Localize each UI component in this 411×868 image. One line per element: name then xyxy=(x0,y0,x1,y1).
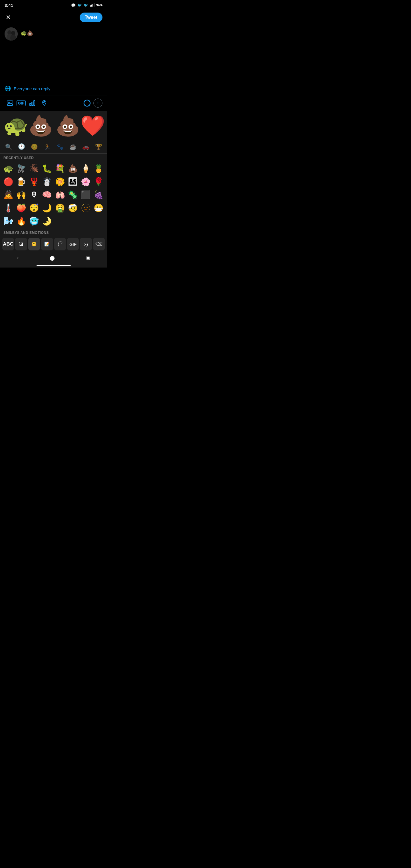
close-button[interactable]: ✕ xyxy=(5,12,12,22)
emoji-mask[interactable]: 😷 xyxy=(92,202,105,214)
delete-button[interactable]: ⌫ xyxy=(93,238,105,250)
avatar-image xyxy=(5,27,18,40)
tab-travel[interactable]: 🚗 xyxy=(80,141,92,153)
emoji-microphone[interactable]: 🎙 xyxy=(28,188,40,201)
emoji-wind[interactable]: 🌬️ xyxy=(2,215,14,227)
sticker-area: 🐢💩 💩❤️ 💩👻 🐒💩 💩 xyxy=(0,111,107,140)
emoji-grapes[interactable]: 🍇 xyxy=(92,188,105,201)
emoji-brain[interactable]: 🧠 xyxy=(41,188,53,201)
tab-smileys[interactable]: 😊 xyxy=(28,141,41,153)
emoji-icecream[interactable]: 🍦 xyxy=(80,162,92,175)
smileys-label: SMILEYS AND EMOTIONS xyxy=(0,228,107,236)
emoji-sleepy[interactable]: 😴 xyxy=(28,202,40,214)
tab-recent[interactable]: 🕐 xyxy=(15,140,28,153)
emoji-pineapple[interactable]: 🍍 xyxy=(92,162,105,175)
kaomoji-keyboard-button[interactable]: ( ͡° xyxy=(54,238,66,250)
system-nav: ‹ ⬤ ▣ xyxy=(0,252,107,264)
emoji-black-square[interactable]: ⬛ xyxy=(80,188,92,201)
emoji-lungs[interactable]: 🫁 xyxy=(54,188,66,201)
emoji-red-circle[interactable]: 🔴 xyxy=(2,175,14,188)
poll-button[interactable] xyxy=(27,98,38,108)
emoji-snowman[interactable]: ☃️ xyxy=(41,175,53,188)
home-nav-button[interactable]: ⬤ xyxy=(50,255,55,261)
tab-objects[interactable]: 💡 xyxy=(105,141,107,153)
emoji-bouquet[interactable]: 💐 xyxy=(54,162,66,175)
header: ✕ Tweet xyxy=(0,10,107,25)
status-bar: 3:41 💬 🐦 🐦 94% xyxy=(0,0,107,10)
emoji-raising-hands[interactable]: 🙌 xyxy=(15,188,27,201)
emoji-microbe[interactable]: 🦠 xyxy=(67,188,79,201)
back-nav-button[interactable]: ‹ xyxy=(17,255,19,260)
avatar xyxy=(5,27,18,40)
sticker-2[interactable]: 💩❤️ xyxy=(55,114,105,137)
gif-button[interactable]: GIF xyxy=(17,100,26,106)
svg-rect-13 xyxy=(34,100,35,106)
signal-icon xyxy=(90,3,94,7)
emoji-cockroach[interactable]: 🪳 xyxy=(28,162,40,175)
sticker-keyboard-button[interactable]: 🖼 xyxy=(15,238,27,250)
battery-icon: 94% xyxy=(96,3,102,7)
tab-food[interactable]: ☕ xyxy=(66,141,80,153)
reply-text: Everyone can reply xyxy=(14,86,50,91)
emoji-fly[interactable]: 🪰 xyxy=(15,162,27,175)
emoji-nauseated[interactable]: 🤮 xyxy=(54,202,66,214)
emoji-flower[interactable]: 🌼 xyxy=(54,175,66,188)
emoji-fire[interactable]: 🔥 xyxy=(15,215,27,227)
image-button[interactable] xyxy=(5,98,15,108)
notification-icon: 💬 xyxy=(71,3,76,7)
recent-nav-button[interactable]: ▣ xyxy=(86,255,90,261)
svg-rect-11 xyxy=(30,103,31,106)
emoji-cold[interactable]: 🥶 xyxy=(28,215,40,227)
emoji-injured[interactable]: 🤕 xyxy=(67,202,79,214)
sticker-kb-icon: 🖼 xyxy=(19,242,23,247)
emoji-crescent-moon[interactable]: 🌙 xyxy=(41,202,53,214)
svg-rect-0 xyxy=(90,5,91,6)
recently-used-grid: 🐢 🪰 🪳 🐛 💐 💩 🍦 🍍 🔴 🍺 🦞 ☃️ 🌼 👨‍👩‍👧 🌸 🌹 🙇 🙌… xyxy=(0,161,107,228)
ascii-kb-label: :-) xyxy=(84,242,88,247)
gif-keyboard-button[interactable]: GIF xyxy=(67,238,79,250)
svg-point-16 xyxy=(84,100,90,106)
memo-keyboard-button[interactable]: 📝 xyxy=(41,238,53,250)
emoji-dotted-face[interactable]: 🫥 xyxy=(80,202,92,214)
emoji-turtle[interactable]: 🐢 xyxy=(2,162,14,175)
emoji-cherry-blossom[interactable]: 🌸 xyxy=(80,175,92,188)
tab-search[interactable]: 🔍 xyxy=(2,141,15,153)
emoji-keyboard-button[interactable]: 😊 xyxy=(28,238,40,250)
keyboard-bottom: ABC 🖼 😊 📝 ( ͡° GIF :-) ⌫ xyxy=(0,236,107,252)
tab-people[interactable]: 🏃 xyxy=(41,141,54,153)
emoji-bow[interactable]: 🙇 xyxy=(2,188,14,201)
svg-rect-1 xyxy=(91,5,92,6)
emoji-thermometer[interactable]: 🌡️ xyxy=(2,202,14,214)
emoji-lobster[interactable]: 🦞 xyxy=(28,175,40,188)
twitter-icon-2: 🐦 xyxy=(84,3,88,7)
emoji-poop[interactable]: 💩 xyxy=(67,162,79,175)
reply-setting[interactable]: 🌐 Everyone can reply xyxy=(0,82,107,95)
kaomoji-kb-label: ( ͡° xyxy=(58,242,62,247)
ascii-keyboard-button[interactable]: :-) xyxy=(80,238,92,250)
plus-icon: + xyxy=(96,100,100,106)
sticker-row: 🐢💩 💩❤️ 💩👻 🐒💩 💩 xyxy=(0,114,107,137)
sticker-1[interactable]: 🐢💩 xyxy=(3,114,53,137)
status-time: 3:41 xyxy=(5,3,13,8)
abc-button[interactable]: ABC xyxy=(2,238,14,250)
bottom-bar: ‹ ⬤ ▣ xyxy=(0,252,107,268)
svg-rect-9 xyxy=(7,101,13,105)
location-button[interactable] xyxy=(39,98,50,108)
emoji-family[interactable]: 👨‍👩‍👧 xyxy=(67,175,79,188)
tab-activities[interactable]: 🏆 xyxy=(92,141,105,153)
tweet-button[interactable]: Tweet xyxy=(80,12,102,22)
abc-label: ABC xyxy=(3,241,13,247)
compose-area: 🐢💩 xyxy=(0,25,107,82)
svg-rect-12 xyxy=(32,102,33,106)
emoji-peach[interactable]: 🍑 xyxy=(15,202,27,214)
svg-rect-2 xyxy=(92,4,93,6)
compose-input[interactable]: 🐢💩 xyxy=(21,27,102,79)
emoji-last-quarter-moon[interactable]: 🌛 xyxy=(41,215,53,227)
twitter-icon-1: 🐦 xyxy=(77,3,82,7)
add-thread-button[interactable]: + xyxy=(93,98,102,107)
emoji-worm[interactable]: 🐛 xyxy=(41,162,53,175)
emoji-beers[interactable]: 🍺 xyxy=(15,175,27,188)
emoji-tabs: 🔍 🕐 😊 🏃 🐾 ☕ 🚗 🏆 💡 🔣 🚩 xyxy=(0,140,107,154)
tab-animals[interactable]: 🐾 xyxy=(54,141,66,153)
emoji-rose[interactable]: 🌹 xyxy=(92,175,105,188)
